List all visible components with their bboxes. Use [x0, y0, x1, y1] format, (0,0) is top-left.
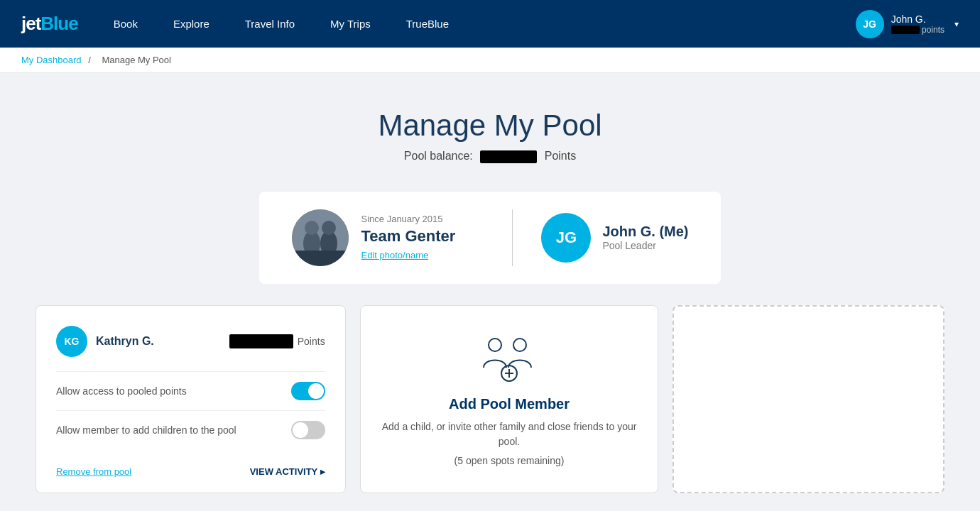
svg-point-2 — [305, 221, 319, 235]
add-member-icon-area — [481, 332, 538, 385]
nav-book[interactable]: Book — [114, 18, 138, 30]
card-footer: Remove from pool VIEW ACTIVITY ▸ — [56, 461, 325, 477]
svg-point-4 — [322, 221, 336, 235]
nav-explore[interactable]: Explore — [173, 18, 209, 30]
toggle-children[interactable] — [291, 421, 325, 439]
user-avatar-nav: JG — [856, 10, 884, 38]
balance-suffix: Points — [545, 150, 576, 162]
team-divider — [512, 209, 513, 266]
pool-balance: Pool balance: Points — [21, 150, 959, 163]
team-left: Since January 2015 Team Genter Edit phot… — [292, 209, 484, 266]
member-header: KG Kathryn G. Points — [56, 326, 325, 357]
toggle-row-children: Allow member to add children to the pool — [56, 410, 325, 449]
toggle-children-label: Allow member to add children to the pool — [56, 424, 236, 436]
chevron-down-icon[interactable]: ▾ — [954, 19, 959, 29]
logo[interactable]: jetBlue — [21, 13, 78, 35]
page-header: Manage My Pool Pool balance: Points — [21, 94, 959, 177]
pool-leader-details: John G. (Me) Pool Leader — [602, 224, 688, 251]
nav-my-trips[interactable]: My Trips — [330, 18, 371, 30]
cards-section: KG Kathryn G. Points Allow access to poo… — [28, 305, 952, 493]
pool-leader-name: John G. (Me) — [602, 224, 688, 240]
remove-from-pool-link[interactable]: Remove from pool — [56, 466, 131, 477]
edit-photo-name-link[interactable]: Edit photo/name — [361, 250, 429, 260]
navbar: jetBlue Book Explore Travel Info My Trip… — [0, 0, 980, 48]
pool-leader-role: Pool Leader — [602, 240, 688, 251]
view-activity-link[interactable]: VIEW ACTIVITY ▸ — [250, 466, 325, 477]
member-points-area: Points — [229, 334, 325, 348]
team-photo-svg — [292, 209, 349, 266]
toggle-children-knob — [293, 422, 308, 438]
svg-point-7 — [513, 339, 526, 351]
team-right: JG John G. (Me) Pool Leader — [541, 213, 688, 263]
add-member-title: Add Pool Member — [449, 396, 570, 412]
nav-trueblue[interactable]: TrueBlue — [406, 18, 449, 30]
breadcrumb-separator: / — [88, 55, 91, 65]
user-name-nav: John G. — [891, 13, 944, 25]
breadcrumb-current: Manage My Pool — [102, 55, 171, 65]
member-points-redacted — [229, 334, 293, 348]
member-points-label: Points — [298, 336, 325, 347]
nav-travel-info[interactable]: Travel Info — [245, 18, 295, 30]
team-photo-img — [292, 209, 349, 266]
add-member-icon — [481, 332, 538, 382]
pool-leader-avatar: JG — [541, 213, 591, 263]
team-since: Since January 2015 — [361, 214, 456, 224]
member-identity: KG Kathryn G. — [56, 326, 154, 357]
team-name: Team Genter — [361, 227, 456, 246]
team-photo — [292, 209, 349, 266]
team-text: Since January 2015 Team Genter Edit phot… — [361, 214, 456, 261]
balance-value-redacted — [480, 150, 537, 163]
empty-card — [673, 305, 944, 493]
member-card: KG Kathryn G. Points Allow access to poo… — [36, 305, 346, 493]
nav-links: Book Explore Travel Info My Trips TrueBl… — [114, 18, 856, 30]
add-member-card[interactable]: Add Pool Member Add a child, or invite o… — [360, 305, 659, 493]
user-points-nav: points — [891, 25, 944, 35]
add-member-description: Add a child, or invite other family and … — [375, 419, 644, 449]
breadcrumb-home[interactable]: My Dashboard — [21, 55, 82, 65]
team-info: Since January 2015 Team Genter Edit phot… — [292, 209, 456, 266]
svg-point-6 — [489, 339, 501, 351]
toggle-access[interactable] — [291, 382, 325, 400]
balance-prefix: Pool balance: — [404, 150, 473, 162]
team-section: Since January 2015 Team Genter Edit phot… — [259, 192, 721, 284]
main-content: Manage My Pool Pool balance: Points — [0, 73, 980, 511]
member-avatar: KG — [56, 326, 87, 357]
svg-rect-5 — [292, 251, 349, 266]
toggle-row-access: Allow access to pooled points — [56, 371, 325, 410]
toggle-access-label: Allow access to pooled points — [56, 385, 187, 397]
page-title: Manage My Pool — [21, 109, 959, 143]
add-member-spots: (5 open spots remaining) — [454, 455, 565, 466]
user-area[interactable]: JG John G. points ▾ — [856, 10, 959, 38]
points-label: points — [922, 25, 944, 35]
toggle-access-knob — [308, 383, 324, 399]
member-name: Kathryn G. — [96, 335, 154, 348]
breadcrumb: My Dashboard / Manage My Pool — [0, 48, 980, 73]
